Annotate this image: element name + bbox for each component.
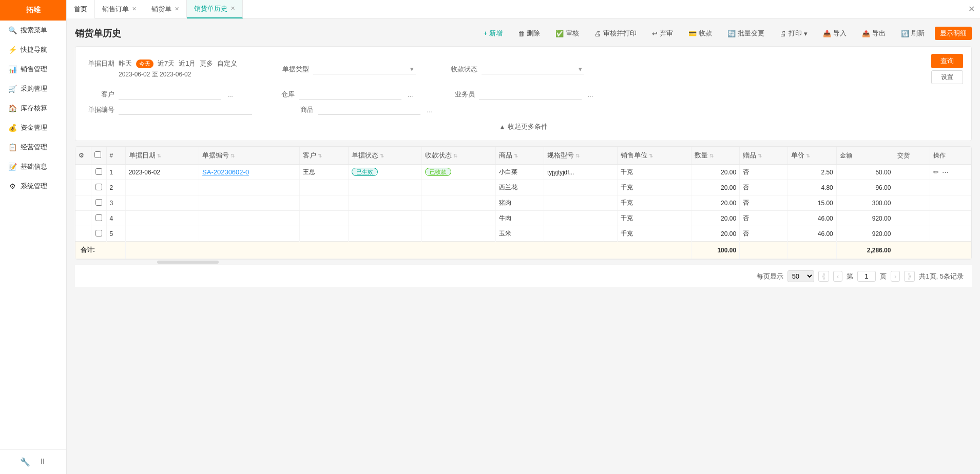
row-goods: 猪肉 bbox=[495, 195, 544, 211]
customer-input[interactable] bbox=[119, 89, 221, 100]
show-details-button[interactable]: 显示明细 bbox=[935, 27, 972, 40]
tab-sales-delivery-close[interactable]: ✕ bbox=[175, 6, 179, 12]
audit-button[interactable]: ✅ 审核 bbox=[550, 27, 584, 40]
col-qty[interactable]: 数量⇅ bbox=[691, 147, 739, 165]
page-size-select[interactable]: 50 100 200 bbox=[787, 270, 814, 282]
row-date bbox=[125, 195, 199, 211]
sidebar-item-finance[interactable]: 💰 资金管理 bbox=[0, 118, 66, 137]
goods-dots[interactable]: ... bbox=[427, 106, 432, 114]
tab-home[interactable]: 首页 bbox=[67, 0, 95, 18]
shortcut-custom[interactable]: 自定义 bbox=[217, 59, 237, 68]
goods-label: 商品 bbox=[283, 105, 314, 114]
tab-bar-close-all[interactable]: ✕ bbox=[968, 4, 980, 14]
shortcut-today[interactable]: 今天 bbox=[136, 60, 153, 68]
col-doc-status[interactable]: 单据状态⇅ bbox=[348, 147, 421, 165]
col-goods[interactable]: 商品⇅ bbox=[495, 147, 544, 165]
col-unit[interactable]: 销售单位⇅ bbox=[618, 147, 691, 165]
sidebar-item-quick-nav[interactable]: ⚡ 快捷导航 bbox=[0, 40, 66, 60]
toolbar: + 新增 🗑 删除 ✅ 审核 🖨 审核并打印 ↩ 弃审 bbox=[478, 27, 972, 40]
tab-sales-delivery[interactable]: 销货单 ✕ bbox=[144, 0, 187, 18]
salesperson-input[interactable] bbox=[479, 89, 582, 100]
export-button[interactable]: 📤 导出 bbox=[857, 27, 891, 40]
row-docno[interactable] bbox=[199, 180, 300, 195]
sidebar-item-purchase-mgmt[interactable]: 🛒 采购管理 bbox=[0, 79, 66, 98]
refresh-button[interactable]: 🔃 刷新 bbox=[896, 27, 930, 40]
shortcut-1month[interactable]: 近1月 bbox=[179, 59, 196, 68]
row-action[interactable]: ✏⋯ bbox=[930, 165, 971, 180]
select-all-checkbox[interactable] bbox=[94, 151, 101, 158]
abandon-button[interactable]: ↩ 弃审 bbox=[647, 27, 678, 40]
row-checkbox[interactable] bbox=[91, 226, 106, 242]
col-price[interactable]: 单价⇅ bbox=[788, 147, 836, 165]
settings-button[interactable]: 设置 bbox=[931, 70, 963, 84]
warehouse-input[interactable] bbox=[299, 89, 401, 100]
next-page-button[interactable]: › bbox=[891, 271, 900, 282]
row-action[interactable] bbox=[930, 180, 971, 195]
current-page-input[interactable] bbox=[857, 271, 876, 282]
row-settings bbox=[75, 226, 91, 242]
row-action[interactable] bbox=[930, 226, 971, 242]
row-checkbox[interactable] bbox=[91, 165, 106, 180]
customer-dots[interactable]: ... bbox=[227, 91, 233, 98]
print-button[interactable]: 🖨 打印 ▾ bbox=[775, 27, 813, 40]
sidebar-item-search-menu[interactable]: 🔍 搜索菜单 bbox=[0, 21, 66, 40]
row-checkbox[interactable] bbox=[91, 180, 106, 195]
sidebar-item-basic-info[interactable]: 📝 基础信息 bbox=[0, 157, 66, 176]
col-docno[interactable]: 单据编号⇅ bbox=[199, 147, 300, 165]
more-icon[interactable]: ⋯ bbox=[942, 168, 949, 176]
payment-status-label: 收款状态 bbox=[447, 65, 477, 74]
first-page-button[interactable]: ⟪ bbox=[818, 271, 829, 282]
prev-page-button[interactable]: ‹ bbox=[833, 271, 842, 282]
row-amount: 50.00 bbox=[836, 165, 894, 180]
row-action[interactable] bbox=[930, 195, 971, 211]
sidebar-bottom: 🔧 ⏸ bbox=[0, 449, 66, 474]
tab-sales-order[interactable]: 销售订单 ✕ bbox=[95, 0, 144, 18]
col-gift[interactable]: 赠品⇅ bbox=[740, 147, 788, 165]
scroll-thumb[interactable] bbox=[157, 261, 219, 264]
col-customer[interactable]: 客户⇅ bbox=[300, 147, 348, 165]
import-button[interactable]: 📥 导入 bbox=[818, 27, 852, 40]
audit-print-button[interactable]: 🖨 审核并打印 bbox=[589, 27, 642, 40]
doc-type-select[interactable] bbox=[313, 64, 416, 74]
tab-sales-history-close[interactable]: ✕ bbox=[230, 5, 235, 12]
col-date[interactable]: 单据日期⇅ bbox=[125, 147, 199, 165]
row-docno[interactable] bbox=[199, 226, 300, 242]
row-docno[interactable] bbox=[199, 195, 300, 211]
goods-input[interactable] bbox=[318, 105, 420, 115]
sidebar-item-operations[interactable]: 📋 经营管理 bbox=[0, 137, 66, 157]
collapse-button[interactable]: ▲ 收起更多条件 bbox=[84, 120, 963, 133]
col-settings[interactable]: ⚙ bbox=[75, 147, 91, 165]
salesperson-dots[interactable]: ... bbox=[588, 91, 593, 98]
row-checkbox[interactable] bbox=[91, 211, 106, 226]
col-spec[interactable]: 规格型号⇅ bbox=[544, 147, 617, 165]
sidebar-item-inventory[interactable]: 🏠 库存核算 bbox=[0, 98, 66, 118]
edit-icon[interactable]: ✏ bbox=[933, 168, 939, 176]
batch-change-button[interactable]: 🔄 批量变更 bbox=[722, 27, 770, 40]
row-action[interactable] bbox=[930, 211, 971, 226]
query-button[interactable]: 查询 bbox=[931, 54, 963, 68]
delete-button[interactable]: 🗑 删除 bbox=[513, 27, 545, 40]
last-page-button[interactable]: ⟫ bbox=[904, 271, 915, 282]
warehouse-filter: 仓库 ... bbox=[264, 89, 413, 100]
warehouse-dots[interactable]: ... bbox=[408, 91, 413, 98]
sidebar-item-system-mgmt[interactable]: ⚙ 系统管理 bbox=[0, 176, 66, 196]
collect-button[interactable]: 💳 收款 bbox=[683, 27, 717, 40]
row-docno[interactable] bbox=[199, 211, 300, 226]
col-checkbox[interactable] bbox=[91, 147, 106, 165]
sidebar-settings-icon[interactable]: 🔧 bbox=[20, 457, 30, 467]
new-button[interactable]: + 新增 bbox=[478, 27, 508, 40]
sidebar-item-sales-mgmt[interactable]: 📊 销售管理 bbox=[0, 60, 66, 79]
tab-sales-order-close[interactable]: ✕ bbox=[132, 6, 137, 12]
sidebar-collapse-icon[interactable]: ⏸ bbox=[39, 457, 47, 467]
horizontal-scrollbar[interactable] bbox=[75, 260, 972, 265]
col-payment-status[interactable]: 收款状态⇅ bbox=[422, 147, 495, 165]
row-checkbox[interactable] bbox=[91, 195, 106, 211]
row-docno[interactable]: SA-20230602-0 bbox=[199, 165, 300, 180]
query-btn-group: 查询 设置 bbox=[931, 54, 963, 84]
payment-status-select[interactable] bbox=[482, 64, 584, 74]
shortcut-7days[interactable]: 近7天 bbox=[158, 59, 175, 68]
tab-sales-history[interactable]: 销货单历史 ✕ bbox=[187, 0, 243, 18]
docno-input[interactable] bbox=[119, 105, 252, 115]
shortcut-more[interactable]: 更多 bbox=[200, 59, 213, 68]
shortcut-yesterday[interactable]: 昨天 bbox=[119, 59, 132, 68]
